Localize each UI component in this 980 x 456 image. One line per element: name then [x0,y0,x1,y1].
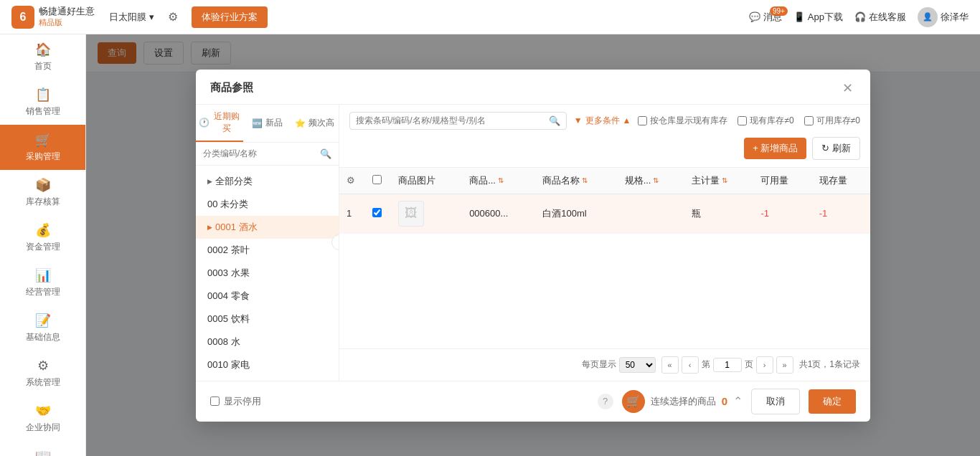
last-page-button[interactable]: » [776,356,793,374]
search-icon[interactable]: 🔍 [549,115,560,126]
row-checkbox[interactable] [372,208,382,217]
sidebar-item-inventory[interactable]: 📦 库存核算 [0,170,85,215]
page-total: 共1页，1条记录 [799,358,860,371]
store-selector[interactable]: 日太阳膜 ▾ [109,11,154,24]
category-item-drinks[interactable]: 0005 饮料 [196,308,339,331]
category-item-fruit[interactable]: 0003 水果 [196,262,339,285]
sidebar-item-operations[interactable]: 📊 经营管理 [0,260,85,305]
page-size-select[interactable]: 20 50 100 [619,357,656,373]
more-filter-button[interactable]: ▼ 更多条件 ▲ [574,115,631,127]
sidebar: 🏠 首页 📋 销售管理 🛒 采购管理 📦 库存核算 💰 资金管理 📊 经 [0,34,86,456]
category-item-snacks[interactable]: 0004 零食 [196,285,339,308]
show-disabled-checkbox[interactable]: 显示停用 [210,395,261,408]
confirm-button[interactable]: 确定 [809,389,856,414]
sidebar-item-label: 系统管理 [26,376,60,389]
product-reference-modal: 商品参照 ✕ 🕐 近期购买 [196,70,870,422]
cart-up-button[interactable]: ⌃ [733,394,743,408]
col-unit[interactable]: 主计量 ⇅ [684,168,753,194]
headset-icon: 🎧 [854,11,866,22]
page-label-2: 页 [745,358,753,371]
checkbox-inventory[interactable]: 现有库存≠0 [738,115,793,127]
filter-checkboxes: 按仓库显示现有库存 现有库存≠0 可用库存≠0 [638,115,860,127]
cancel-button[interactable]: 取消 [751,389,800,414]
app-download-label: App下载 [808,11,843,24]
first-page-button[interactable]: « [661,356,679,374]
sidebar-item-home[interactable]: 🏠 首页 [0,34,85,80]
user-name: 徐泽华 [941,11,969,24]
new-icon: 🆕 [252,118,263,128]
sidebar-item-label: 经营管理 [26,286,60,298]
filter-arrow-icon: ▲ [623,115,631,125]
page-content: 查询 设置 刷新 商品参照 ✕ [86,34,980,456]
tab-frequent[interactable]: ⭐ 频次高 [291,105,339,142]
sales-icon: 📋 [35,87,51,103]
app-download[interactable]: 📱 App下载 [793,11,843,24]
sidebar-item-sales[interactable]: 📋 销售管理 [0,80,85,125]
user-profile[interactable]: 👤 徐泽华 [918,7,969,27]
settings-icon[interactable]: ⚙ [163,7,183,27]
cell-code: 000600... [462,194,535,233]
footer-right: ? 🛒 连续选择的商品 0 ⌃ 取消 确定 [598,389,856,414]
product-thumbnail: 🖼 [398,201,424,227]
sidebar-item-system[interactable]: ⚙ 系统管理 [0,351,85,396]
tab-new-products[interactable]: 🆕 新品 [243,105,291,142]
sidebar-item-finance[interactable]: 💰 资金管理 [0,215,85,260]
col-checkbox [365,168,391,194]
category-item-all[interactable]: ▶ 全部分类 [196,170,339,193]
logo-sub: 精品版 [39,17,95,28]
page-label: 第 [702,358,710,371]
col-image: 商品图片 [391,168,462,194]
toolbar-right: + 新增商品 ↻ 刷新 [744,137,860,160]
category-item-water[interactable]: 0008 水 [196,331,339,353]
sidebar-item-purchase[interactable]: 🛒 采购管理 [0,125,85,170]
cart-icon: 🛒 [622,390,645,413]
help-icon[interactable]: ? [598,394,613,409]
sort-spec-icon: ⇅ [653,176,659,184]
product-search-input[interactable] [356,115,545,125]
category-search-input[interactable] [203,148,316,158]
add-product-button[interactable]: + 新增商品 [744,138,806,159]
basic-info-icon: 📝 [35,313,51,328]
pagination-bar: 每页显示 20 50 100 « ‹ [339,348,870,381]
experience-button[interactable]: 体验行业方案 [192,6,268,28]
sort-code-icon: ⇅ [498,176,504,184]
online-service[interactable]: 🎧 在线客服 [854,11,906,24]
notifications-badge: 99+ [770,6,788,16]
prev-page-button[interactable]: ‹ [682,356,699,374]
checkbox-usable[interactable]: 可用库存≠0 [804,115,860,127]
checkbox-warehouse[interactable]: 按仓库显示现有库存 [638,115,727,127]
notifications[interactable]: 💬 消息 99+ [749,11,782,24]
sidebar-item-enterprise[interactable]: 🤝 企业协同 [0,396,85,441]
store-dropdown-icon: ▾ [149,11,154,22]
sidebar-item-label: 采购管理 [26,151,60,163]
main-layout: 🏠 首页 📋 销售管理 🛒 采购管理 📦 库存核算 💰 资金管理 📊 经 [0,34,980,456]
guide-icon: 📖 [35,448,51,456]
col-code[interactable]: 商品... ⇅ [462,168,535,194]
tab-recent-purchase[interactable]: 🕐 近期购买 [196,105,243,142]
col-spec[interactable]: 规格... ⇅ [618,168,684,194]
category-item-tea[interactable]: 0002 茶叶 [196,239,339,262]
category-item-uncategorized[interactable]: 00 未分类 [196,193,339,216]
cart-area: 🛒 连续选择的商品 0 ⌃ [622,390,743,413]
page-number-input[interactable] [713,358,742,372]
col-name[interactable]: 商品名称 ⇅ [535,168,617,194]
modal-title: 商品参照 [210,81,253,95]
purchase-icon: 🛒 [35,132,51,148]
product-table: ⚙ 商品图片 [339,168,870,234]
logo-icon: 6 [11,6,34,29]
category-search-icon[interactable]: 🔍 [320,148,331,159]
refresh-button[interactable]: ↻ 刷新 [812,137,860,160]
category-item-liquor[interactable]: ▶ 0001 酒水 [196,216,339,239]
next-page-button[interactable]: › [756,356,773,374]
table-header-row: ⚙ 商品图片 [339,168,870,194]
recent-icon: 🕐 [199,118,209,128]
sidebar-item-basic-info[interactable]: 📝 基础信息 [0,305,85,351]
table-row[interactable]: 1 🖼 000600... [339,194,870,233]
select-all-checkbox[interactable] [372,175,382,184]
column-settings-icon[interactable]: ⚙ [347,175,355,186]
sidebar-item-guide[interactable]: 📖 新手引导 [0,441,85,456]
modal-close-button[interactable]: ✕ [839,80,856,97]
col-settings: ⚙ [339,168,365,194]
category-item-appliances[interactable]: 0010 家电 [196,353,339,376]
navbar: 6 畅捷通好生意 精品版 日太阳膜 ▾ ⚙ 体验行业方案 💬 消息 99+ 📱 … [0,0,980,34]
